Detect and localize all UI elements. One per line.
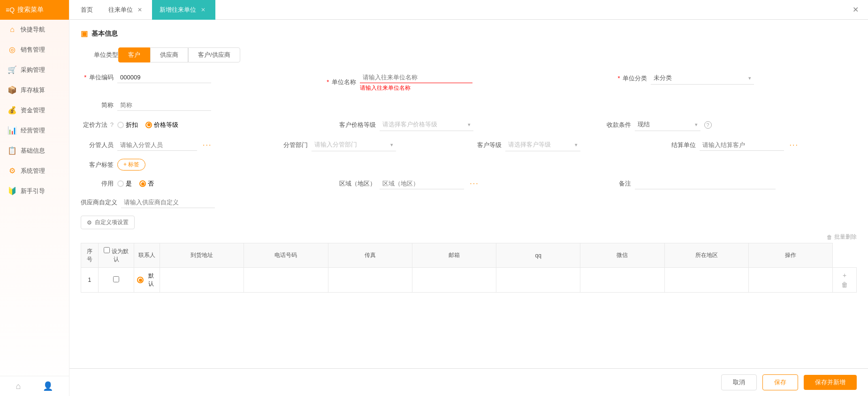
sidebar-item-system[interactable]: ⚙系统管理 — [0, 161, 69, 181]
save-new-button[interactable]: 保存并新增 — [804, 375, 857, 390]
row-default-cell: 默认 — [134, 268, 160, 293]
phone-input[interactable] — [331, 277, 409, 284]
unit-type-btn-客户/供应商[interactable]: 客户/供应商 — [188, 47, 240, 62]
row-wechat[interactable] — [664, 268, 748, 293]
tab-close-partners[interactable]: ✕ — [136, 6, 144, 14]
department-select[interactable]: 请输入分管部门 ▾ — [312, 139, 396, 151]
address-input[interactable] — [247, 277, 325, 284]
sidebar-item-basic-info[interactable]: 📋基础信息 — [0, 140, 69, 161]
user-bottom-icon[interactable]: 👤 — [43, 381, 53, 391]
section-icon: ▣ — [81, 29, 88, 38]
sidebar-item-quick-nav[interactable]: ⌂快捷导航 — [0, 20, 69, 39]
batch-delete-label[interactable]: 批量删除 — [834, 233, 857, 241]
pricing-radio-group: 折扣 价格等级 — [117, 121, 178, 129]
row-phone[interactable] — [328, 268, 412, 293]
default-radio[interactable] — [137, 277, 144, 283]
pricing-method-label: 定价方法 ? — [81, 121, 114, 129]
row-fax[interactable] — [412, 268, 496, 293]
manager-input[interactable] — [117, 140, 197, 151]
unit-name-field: * 单位名称 请输入往来单位名称 — [323, 72, 614, 92]
inventory-label: 库存核算 — [21, 86, 45, 94]
disabled-yes-radio[interactable]: 是 — [117, 179, 132, 188]
abbreviation-label: 简称 — [81, 101, 114, 109]
unit-code-label: * 单位编码 — [81, 73, 114, 82]
search-menu[interactable]: ≡Q 搜索菜单 — [0, 0, 69, 20]
sidebar-item-sales[interactable]: ◎销售管理 — [0, 39, 69, 60]
settlement-unit-label: 结算单位 — [663, 141, 696, 149]
batch-delete-area: 🗑 批量删除 — [81, 233, 857, 241]
tab-home[interactable]: 首页 — [73, 0, 101, 20]
region-input[interactable] — [380, 178, 464, 189]
pricing-level-radio[interactable]: 价格等级 — [145, 121, 178, 129]
save-button[interactable]: 保存 — [762, 374, 798, 390]
table-col-8: 微信 — [580, 243, 664, 268]
cancel-button[interactable]: 取消 — [721, 374, 757, 390]
tab-new-partner[interactable]: 新增往来单位✕ — [152, 0, 215, 20]
row-region-input[interactable] — [752, 277, 830, 284]
row-seq: 1 — [81, 268, 99, 293]
row-checkbox[interactable] — [113, 276, 119, 282]
pricing-method-field: 定价方法 ? 折扣 价格等级 — [81, 121, 339, 129]
tab-partners[interactable]: 往来单位✕ — [101, 0, 152, 20]
pricing-discount-radio[interactable]: 折扣 — [117, 121, 138, 129]
pricing-help-icon[interactable]: ? — [110, 121, 114, 128]
select-all-checkbox[interactable] — [104, 247, 110, 253]
guide-label: 新手引导 — [21, 187, 45, 195]
wechat-input[interactable] — [668, 277, 746, 284]
unit-category-label: * 单位分类 — [614, 74, 647, 83]
sidebar-item-operations[interactable]: 📊经营管理 — [0, 120, 69, 140]
settlement-more-icon[interactable]: ··· — [788, 141, 800, 149]
system-label: 系统管理 — [21, 167, 45, 175]
payment-terms-select[interactable]: 现结 ▾ — [635, 118, 700, 131]
row-delete-button[interactable]: 🗑 — [839, 280, 850, 289]
guide-icon: 🔰 — [8, 186, 17, 195]
disabled-label: 停用 — [81, 179, 114, 188]
payment-terms-field: 收款条件 现结 ▾ ? — [598, 118, 857, 131]
abbreviation-row: 简称 — [81, 100, 857, 111]
tab-label-home: 首页 — [81, 6, 93, 14]
payment-help-icon[interactable]: ? — [704, 121, 712, 129]
disabled-no-radio[interactable]: 否 — [139, 179, 154, 188]
abbreviation-input[interactable] — [117, 100, 211, 111]
fax-input[interactable] — [415, 277, 493, 284]
home-bottom-icon[interactable]: ⌂ — [16, 381, 21, 391]
row-add-button[interactable]: + — [841, 271, 848, 280]
email-input[interactable] — [499, 277, 577, 284]
customer-level-field: 客户等级 请选择客户等级 ▾ — [469, 139, 663, 151]
row-qq[interactable] — [580, 268, 664, 293]
remarks-input[interactable] — [635, 178, 776, 189]
basic-info-label: 基础信息 — [21, 147, 45, 155]
department-label: 分管部门 — [275, 141, 308, 149]
contact-input[interactable] — [163, 277, 241, 284]
unit-code-input[interactable] — [117, 72, 211, 83]
customer-price-level-select[interactable]: 请选择客户价格等级 ▾ — [380, 118, 473, 131]
tab-close-new-partner[interactable]: ✕ — [199, 6, 207, 14]
row-address[interactable] — [244, 268, 328, 293]
manager-more-icon[interactable]: ··· — [201, 141, 213, 149]
row-region[interactable] — [748, 268, 832, 293]
sidebar-item-inventory[interactable]: 📦库存核算 — [0, 80, 69, 100]
qq-input[interactable] — [583, 277, 661, 284]
settlement-unit-input[interactable] — [700, 140, 784, 151]
add-tag-button[interactable]: + 标签 — [117, 159, 145, 171]
region-field: 区域（地区） ··· — [339, 178, 598, 189]
close-window-button[interactable]: ✕ — [847, 1, 864, 18]
row-contact[interactable] — [160, 268, 244, 293]
pricing-row: 定价方法 ? 折扣 价格等级 客户价格 — [81, 118, 857, 131]
unit-type-btn-客户[interactable]: 客户 — [118, 47, 150, 62]
custom-settings-button[interactable]: ⚙ 自定义项设置 — [81, 216, 135, 229]
supplier-custom-field: 供应商自定义 — [81, 197, 857, 208]
region-more-icon[interactable]: ··· — [468, 179, 480, 188]
settings-icon: ⚙ — [87, 219, 92, 226]
sidebar-item-purchase[interactable]: 🛒采购管理 — [0, 60, 69, 80]
row-email[interactable] — [496, 268, 580, 293]
unit-name-input[interactable] — [360, 72, 472, 83]
unit-type-btn-供应商[interactable]: 供应商 — [150, 47, 188, 62]
customer-level-select[interactable]: 请选择客户等级 ▾ — [505, 139, 580, 151]
unit-category-select[interactable]: 未分类 ▾ — [651, 72, 754, 85]
customer-price-level-label: 客户价格等级 — [339, 121, 376, 129]
sidebar-item-guide[interactable]: 🔰新手引导 — [0, 181, 69, 201]
supplier-custom-input[interactable] — [121, 197, 215, 208]
sidebar-item-finance[interactable]: 💰资金管理 — [0, 100, 69, 120]
department-chevron-icon: ▾ — [390, 142, 393, 148]
